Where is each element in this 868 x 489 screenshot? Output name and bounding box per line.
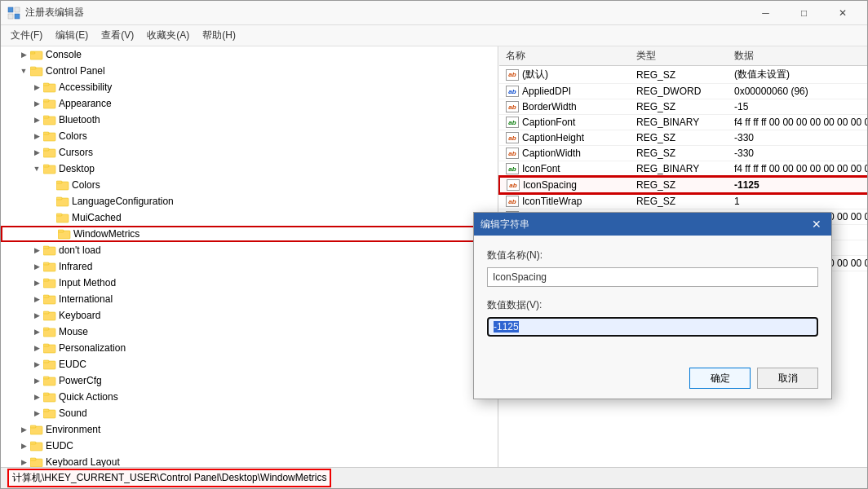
tree-item-colors[interactable]: ▶ Colors [1, 128, 498, 144]
reg-type-icon-sz: ab [506, 132, 519, 143]
cell-name-text: CaptionWidth [522, 148, 581, 159]
tree-label-infrared: Infrared [59, 261, 92, 272]
folder-icon-eudc [30, 439, 43, 452]
expander-colors: ▶ [30, 130, 43, 143]
tree-item-eudc2[interactable]: ▶ EUDC [1, 356, 498, 372]
reg-type-icon-binary: ab [506, 117, 519, 128]
expander-powercfg: ▶ [30, 374, 43, 387]
expander-environment: ▶ [17, 423, 30, 436]
svg-rect-29 [43, 246, 49, 249]
tree-item-cursors[interactable]: ▶ Cursors [1, 144, 498, 161]
tree-item-dontload[interactable]: ▶ don't load [1, 242, 498, 258]
tree-item-accessibility[interactable]: ▶ Accessibility [1, 79, 498, 95]
expander-quickactions: ▶ [30, 390, 43, 403]
tree-item-desktop[interactable]: ▼ Desktop [1, 161, 498, 177]
menu-edit[interactable]: 编辑(E) [49, 26, 95, 45]
expander-bluetooth: ▶ [30, 113, 43, 126]
tree-item-muicached[interactable]: ▶ MuiCached [1, 209, 498, 226]
tree-item-desktop-colors[interactable]: ▶ Colors [1, 177, 498, 193]
svg-rect-51 [30, 425, 36, 428]
svg-rect-3 [15, 14, 20, 19]
status-bar: 计算机\HKEY_CURRENT_USER\Control Panel\Desk… [1, 467, 867, 488]
modal-ok-button[interactable]: 确定 [689, 368, 751, 389]
cell-name: ab CaptionHeight [506, 132, 623, 143]
table-row[interactable]: ab (默认) REG_SZ(数值未设置) [499, 66, 867, 84]
tree-label-quickactions: Quick Actions [59, 391, 118, 403]
cell-type: REG_DWORD [630, 84, 728, 99]
folder-icon-cursors [43, 146, 56, 159]
minimize-button[interactable]: ─ [747, 3, 784, 23]
cell-type: REG_BINARY [630, 161, 728, 178]
modal-value-data-input[interactable] [487, 317, 818, 337]
table-row[interactable]: ab AppliedDPI REG_DWORD0x00000060 (96) [499, 84, 867, 99]
tree-item-windowmetrics[interactable]: ▶ WindowMetrics [1, 226, 498, 242]
table-row[interactable]: ab IconSpacing REG_SZ-1125 [499, 177, 867, 193]
svg-rect-41 [43, 344, 49, 346]
tree-label-international: International [59, 293, 113, 305]
cell-name-text: IconTitleWrap [522, 196, 582, 207]
tree-item-personalization[interactable]: ▶ Personalization [1, 340, 498, 356]
tree-item-eudc[interactable]: ▶ EUDC [1, 438, 498, 454]
cell-name-text: CaptionFont [522, 117, 575, 128]
menu-help[interactable]: 帮助(H) [196, 26, 242, 45]
tree-item-mouse[interactable]: ▶ Mouse [1, 324, 498, 340]
folder-icon-languageconfiguration [56, 195, 69, 208]
modal-value-name-input[interactable] [487, 267, 818, 287]
tree-item-infrared[interactable]: ▶ Infrared [1, 258, 498, 275]
svg-rect-37 [43, 311, 49, 314]
tree-item-control-panel[interactable]: ▼ Control Panel [1, 63, 498, 79]
folder-icon-desktop [43, 162, 56, 175]
tree-item-sound[interactable]: ▶ Sound [1, 405, 498, 421]
tree-label-control-panel: Control Panel [46, 65, 105, 77]
reg-type-icon-sz: ab [506, 148, 519, 159]
tree-label-inputmethod: Input Method [59, 277, 116, 289]
tree-scroll[interactable]: ▶ Console ▼ Control Panel [1, 46, 498, 467]
tree-item-languageconfiguration[interactable]: ▶ LanguageConfiguration [1, 193, 498, 209]
tree-item-international[interactable]: ▶ International [1, 291, 498, 307]
table-row[interactable]: ab IconFont REG_BINARYf4 ff ff ff 00 00 … [499, 161, 867, 178]
folder-icon-environment [30, 423, 43, 436]
table-row[interactable]: ab CaptionFont REG_BINARYf4 ff ff ff 00 … [499, 115, 867, 130]
tree-item-keyboardlayout[interactable]: ▶ Keyboard Layout [1, 454, 498, 467]
modal-close-button[interactable]: ✕ [808, 217, 825, 231]
expander-keyboardlayout: ▶ [17, 456, 30, 467]
cell-type: REG_SZ [630, 130, 728, 146]
cell-data: -1125 [728, 177, 867, 193]
tree-item-quickactions[interactable]: ▶ Quick Actions [1, 389, 498, 405]
tree-item-bluetooth[interactable]: ▶ Bluetooth [1, 112, 498, 128]
menu-file[interactable]: 文件(F) [4, 26, 49, 45]
svg-rect-33 [43, 279, 49, 281]
tree-item-appearance[interactable]: ▶ Appearance [1, 95, 498, 112]
tree-label-personalization: Personalization [59, 342, 126, 354]
folder-icon-muicached [56, 211, 69, 224]
table-row[interactable]: ab IconTitleWrap REG_SZ1 [499, 193, 867, 209]
tree-item-environment[interactable]: ▶ Environment [1, 421, 498, 438]
cell-name-text: IconSpacing [523, 179, 577, 191]
table-row[interactable]: ab CaptionWidth REG_SZ-330 [499, 146, 867, 161]
tree-label-mouse: Mouse [59, 326, 88, 337]
tree-item-powercfg[interactable]: ▶ PowerCfg [1, 372, 498, 389]
tree-label-eudc: EUDC [46, 440, 73, 452]
reg-type-icon-dword: ab [506, 86, 519, 97]
folder-icon-personalization [43, 341, 56, 355]
table-row[interactable]: ab CaptionHeight REG_SZ-330 [499, 130, 867, 146]
modal-title-bar: 编辑字符串 ✕ [474, 213, 831, 236]
cell-name: ab AppliedDPI [506, 86, 623, 97]
tree-item-console[interactable]: ▶ Console [1, 46, 498, 63]
folder-icon-windowmetrics [58, 227, 71, 240]
modal-cancel-button[interactable]: 取消 [757, 368, 818, 389]
close-button[interactable]: ✕ [824, 3, 861, 23]
svg-rect-45 [43, 377, 49, 379]
expander-mouse: ▶ [30, 325, 43, 338]
menu-view[interactable]: 查看(V) [95, 26, 140, 45]
cell-type: REG_SZ [630, 193, 728, 209]
folder-icon-appearance [43, 97, 56, 110]
maximize-button[interactable]: □ [786, 3, 822, 23]
tree-item-inputmethod[interactable]: ▶ Input Method [1, 275, 498, 291]
folder-icon-mouse [43, 325, 56, 338]
tree-label-colors: Colors [59, 130, 87, 142]
cell-data: f4 ff ff ff 00 00 00 00 00 00 00 0 [728, 161, 867, 178]
tree-item-keyboard[interactable]: ▶ Keyboard [1, 307, 498, 324]
menu-favorites[interactable]: 收藏夹(A) [140, 26, 196, 45]
table-row[interactable]: ab BorderWidth REG_SZ-15 [499, 99, 867, 115]
